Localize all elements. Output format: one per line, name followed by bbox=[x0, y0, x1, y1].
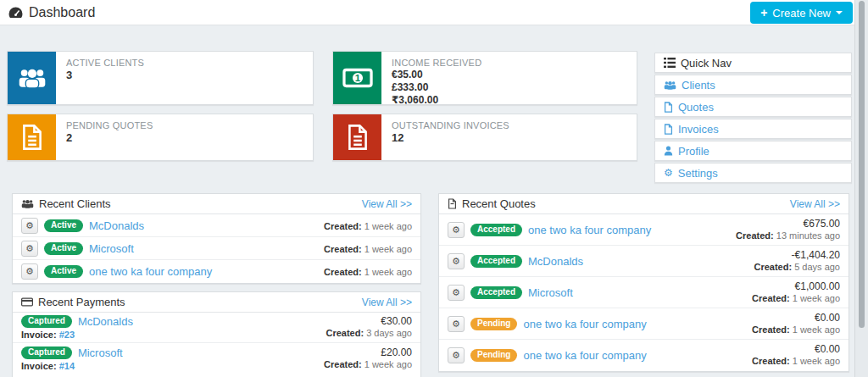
client-row: ⚙ Active one two ka four company Created… bbox=[13, 260, 420, 283]
income-eur: €35.00 bbox=[392, 69, 481, 81]
created-text: Created: 1 week ago bbox=[324, 267, 412, 277]
stat-label: ACTIVE CLIENTS bbox=[66, 57, 144, 69]
sidebar-item-profile[interactable]: Profile bbox=[654, 141, 852, 161]
created-text: Created: 13 minutes ago bbox=[736, 230, 840, 241]
created-text: Created: 5 days ago bbox=[754, 262, 840, 273]
quick-nav-header: Quick Nav bbox=[654, 53, 852, 73]
sidebar-item-settings[interactable]: ⚙ Settings bbox=[654, 163, 852, 183]
panel-title: Recent Clients bbox=[21, 197, 111, 210]
status-badge: Accepted bbox=[470, 286, 522, 299]
stat-card-income-received: 1 INCOME RECEIVED €35.00 £333.00 ₹3,060.… bbox=[332, 51, 637, 105]
invoice-ref: Invoice: #14 bbox=[21, 361, 123, 371]
created-text: Created: 1 week ago bbox=[324, 221, 412, 231]
view-all-quotes-link[interactable]: View All >> bbox=[790, 198, 840, 210]
gear-icon: ⚙ bbox=[452, 256, 460, 266]
quote-row: ⚙ Accepted Microsoft €1,000.00 Created: … bbox=[439, 277, 849, 308]
quote-amount: -€1,404.20 bbox=[754, 250, 840, 261]
status-badge: Captured bbox=[21, 347, 72, 359]
file-icon bbox=[664, 102, 673, 113]
money-icon: 1 bbox=[333, 52, 381, 104]
nav-label: Quotes bbox=[678, 101, 714, 114]
gear-icon: ⚙ bbox=[452, 350, 460, 360]
invoice-number-link[interactable]: #14 bbox=[59, 361, 75, 371]
status-badge: Captured bbox=[21, 315, 72, 328]
create-new-button[interactable]: + Create New bbox=[750, 2, 853, 24]
file-icon bbox=[664, 124, 673, 135]
panel-header: Recent Quotes View All >> bbox=[439, 194, 849, 214]
chevron-down-icon bbox=[836, 11, 843, 14]
panel-title-text: Recent Clients bbox=[39, 197, 111, 210]
quote-row: ⚙ Pending one two ka four company €0.00 … bbox=[439, 340, 849, 371]
panel-header: Recent Clients View All >> bbox=[13, 194, 420, 214]
svg-text:1: 1 bbox=[354, 73, 360, 83]
panel-title-text: Recent Quotes bbox=[462, 197, 536, 210]
sidebar-item-invoices[interactable]: Invoices bbox=[654, 119, 852, 139]
quote-client-link[interactable]: McDonalds bbox=[528, 255, 583, 268]
gear-icon: ⚙ bbox=[25, 243, 34, 253]
payment-row: Captured Microsoft Invoice: #14 £20.00 C… bbox=[13, 343, 420, 374]
recent-clients-panel: Recent Clients View All >> ⚙ Active McDo… bbox=[12, 193, 421, 284]
invoice-ref: Invoice: #23 bbox=[21, 330, 133, 340]
recent-quotes-panel: Recent Quotes View All >> ⚙ Accepted one… bbox=[438, 193, 849, 372]
client-settings-button[interactable]: ⚙ bbox=[21, 241, 38, 257]
client-link[interactable]: McDonalds bbox=[89, 219, 144, 232]
status-badge: Accepted bbox=[470, 255, 522, 268]
quote-amount: €0.00 bbox=[752, 313, 840, 324]
quick-nav-title: Quick Nav bbox=[681, 57, 732, 69]
gear-icon: ⚙ bbox=[25, 220, 34, 230]
file-text-icon bbox=[333, 114, 381, 160]
created-text: Created: 1 week ago bbox=[752, 324, 840, 335]
page-title: Dashboard bbox=[8, 0, 95, 25]
client-link[interactable]: Microsoft bbox=[89, 242, 134, 255]
recent-payments-panel: Recent Payments View All >> Captured McD… bbox=[12, 291, 421, 377]
quote-client-link[interactable]: one two ka four company bbox=[528, 224, 651, 236]
scrollbar-thumb[interactable] bbox=[859, 1, 865, 328]
create-new-label: Create New bbox=[772, 7, 831, 19]
quote-settings-button[interactable]: ⚙ bbox=[448, 285, 465, 301]
status-badge: Active bbox=[44, 219, 83, 232]
status-badge: Pending bbox=[470, 318, 517, 330]
users-icon bbox=[8, 52, 56, 104]
quote-amount: €675.00 bbox=[736, 219, 840, 230]
quote-client-link[interactable]: Microsoft bbox=[528, 286, 573, 299]
quote-amount: €1,000.00 bbox=[752, 281, 840, 292]
client-link[interactable]: one two ka four company bbox=[89, 265, 212, 278]
top-bar: Dashboard + Create New bbox=[0, 0, 868, 25]
file-text-icon bbox=[8, 114, 56, 160]
quote-settings-button[interactable]: ⚙ bbox=[448, 253, 465, 269]
payment-client-link[interactable]: Microsoft bbox=[78, 347, 123, 359]
stat-card-outstanding-invoices: OUTSTANDING INVOICES 12 bbox=[332, 114, 637, 161]
panel-title: Recent Quotes bbox=[448, 197, 536, 210]
client-settings-button[interactable]: ⚙ bbox=[21, 263, 38, 280]
quote-settings-button[interactable]: ⚙ bbox=[448, 222, 465, 238]
stat-label: OUTSTANDING INVOICES bbox=[392, 119, 509, 131]
quote-client-link[interactable]: one two ka four company bbox=[523, 349, 646, 362]
nav-label: Settings bbox=[678, 167, 718, 180]
gear-icon: ⚙ bbox=[664, 168, 673, 178]
status-badge: Accepted bbox=[470, 224, 522, 236]
view-all-clients-link[interactable]: View All >> bbox=[362, 198, 412, 210]
stat-label: PENDING QUOTES bbox=[66, 119, 153, 131]
client-settings-button[interactable]: ⚙ bbox=[21, 218, 38, 234]
plus-icon: + bbox=[760, 6, 767, 19]
quote-settings-button[interactable]: ⚙ bbox=[448, 316, 465, 332]
quote-client-link[interactable]: one two ka four company bbox=[523, 318, 646, 330]
gear-icon: ⚙ bbox=[452, 287, 460, 297]
page-scrollbar[interactable] bbox=[854, 0, 868, 377]
stat-value: 12 bbox=[392, 131, 509, 145]
dashboard-icon bbox=[8, 7, 23, 19]
invoice-number-link[interactable]: #23 bbox=[59, 330, 75, 340]
users-icon bbox=[664, 80, 676, 90]
gear-icon: ⚙ bbox=[452, 225, 460, 235]
file-icon bbox=[448, 198, 457, 209]
stat-value: 2 bbox=[66, 131, 153, 145]
sidebar-item-clients[interactable]: Clients bbox=[654, 75, 852, 95]
stat-value: 3 bbox=[66, 69, 144, 82]
view-all-payments-link[interactable]: View All >> bbox=[362, 297, 412, 308]
sidebar-item-quotes[interactable]: Quotes bbox=[654, 97, 852, 117]
quote-settings-button[interactable]: ⚙ bbox=[448, 347, 465, 363]
payment-client-link[interactable]: McDonalds bbox=[78, 315, 133, 328]
stat-card-pending-quotes: PENDING QUOTES 2 bbox=[7, 114, 314, 161]
credit-card-icon bbox=[21, 297, 33, 307]
list-icon bbox=[664, 58, 676, 68]
